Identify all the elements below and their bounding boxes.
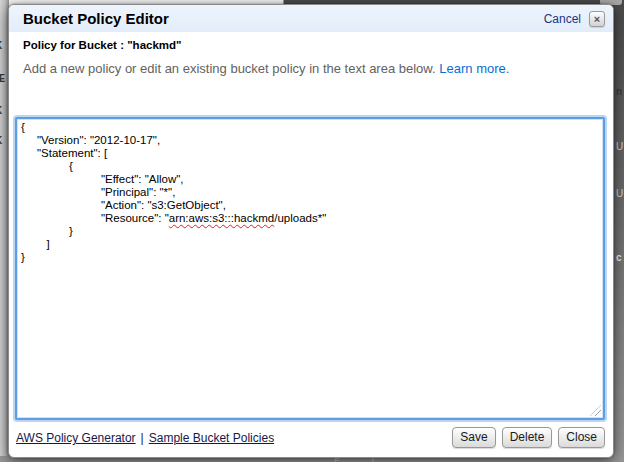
policy-textarea[interactable]: { "Version": "2012-10-17", "Statement": … bbox=[15, 117, 605, 420]
policy-line: "Action": "s3:GetObject", bbox=[21, 199, 601, 212]
close-button[interactable]: Close bbox=[558, 427, 605, 448]
background-text-fragment: U bbox=[616, 141, 623, 152]
policy-line: "Statement": [ bbox=[21, 147, 601, 160]
policy-line: } bbox=[21, 251, 601, 264]
save-button[interactable]: Save bbox=[452, 427, 495, 448]
dialog-description: Add a new policy or edit an existing buc… bbox=[23, 61, 509, 76]
background-text-fragment: K bbox=[0, 135, 2, 146]
delete-button[interactable]: Delete bbox=[502, 427, 553, 448]
policy-for-bucket-heading: Policy for Bucket : "hackmd" bbox=[23, 39, 182, 51]
textarea-resize-grip[interactable] bbox=[590, 405, 601, 416]
close-icon[interactable]: × bbox=[589, 11, 605, 27]
policy-line: { bbox=[21, 160, 601, 173]
background-text-fragment: K bbox=[0, 40, 2, 51]
background-text-fragment: c bbox=[616, 252, 622, 263]
policy-line: "Effect": "Allow", bbox=[21, 173, 601, 186]
sample-bucket-policies-link[interactable]: Sample Bucket Policies bbox=[149, 431, 274, 445]
policy-line: } bbox=[21, 225, 601, 238]
background-text-fragment: K bbox=[0, 105, 2, 116]
dialog-titlebar: Bucket Policy Editor Cancel × bbox=[9, 5, 613, 32]
background-page-right: n U U c bbox=[615, 0, 624, 456]
background-text-fragment: n bbox=[616, 86, 622, 97]
policy-json-text: { "Version": "2012-10-17", "Statement": … bbox=[21, 121, 601, 264]
dialog-title: Bucket Policy Editor bbox=[23, 5, 169, 33]
policy-line: "Principal": "*", bbox=[21, 186, 601, 199]
policy-line: { bbox=[21, 121, 601, 134]
footer-links: AWS Policy Generator|Sample Bucket Polic… bbox=[16, 431, 274, 445]
footer-buttons: Save Delete Close bbox=[452, 427, 605, 448]
policy-line-resource: "Resource": "arn:aws:s3:::hackmd/uploads… bbox=[21, 212, 601, 225]
cancel-link[interactable]: Cancel bbox=[544, 12, 581, 26]
resource-suffix: /uploads*" bbox=[274, 212, 326, 224]
description-text: Add a new policy or edit an existing buc… bbox=[23, 61, 436, 76]
aws-policy-generator-link[interactable]: AWS Policy Generator bbox=[16, 431, 136, 445]
background-text-fragment: Œ bbox=[0, 73, 5, 84]
policy-line: "Version": "2012-10-17", bbox=[21, 134, 601, 147]
resource-prefix: "Resource": " bbox=[21, 212, 169, 224]
background-text-fragment: U bbox=[616, 188, 623, 199]
policy-line: ] bbox=[21, 238, 601, 251]
learn-more-link[interactable]: Learn more. bbox=[439, 61, 509, 76]
link-separator: | bbox=[141, 431, 144, 445]
resource-arn-misspelled: arn:aws:s3:::hackmd bbox=[169, 212, 274, 224]
bucket-policy-editor-dialog: Bucket Policy Editor Cancel × Policy for… bbox=[8, 4, 614, 458]
